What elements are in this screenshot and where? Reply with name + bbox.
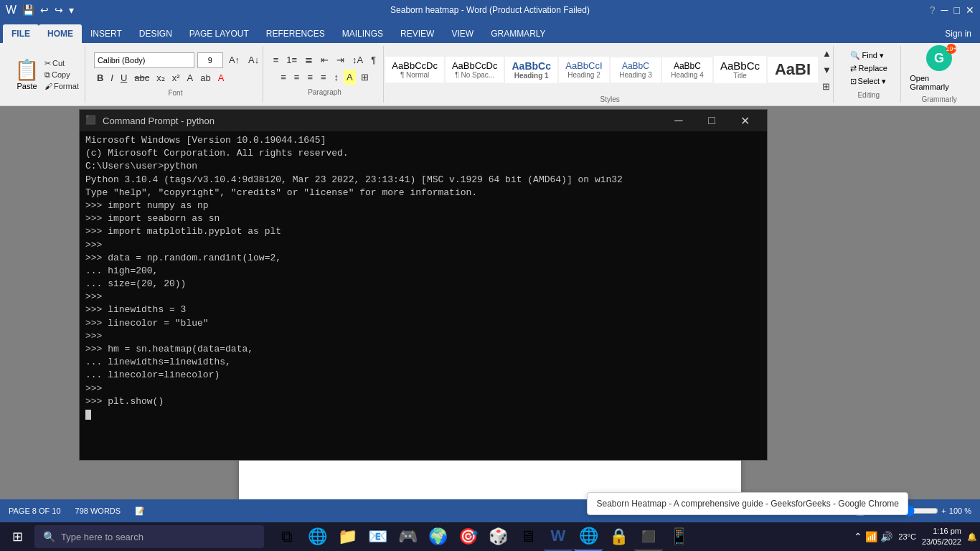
customize-icon[interactable]: ▾: [67, 3, 75, 17]
styles-scroll-down[interactable]: ▼: [819, 62, 834, 77]
tab-grammarly[interactable]: GRAMMARLY: [482, 24, 554, 43]
chevron-up-icon[interactable]: ⌃: [854, 531, 862, 542]
store-button[interactable]: 🎮: [393, 522, 422, 551]
superscript-button[interactable]: x²: [169, 70, 183, 85]
maximize-icon[interactable]: □: [954, 4, 960, 16]
cut-button[interactable]: ✂ Cut: [42, 58, 81, 69]
style-big[interactable]: AaBI: [768, 57, 818, 83]
font-size-input[interactable]: [197, 52, 223, 68]
justify-button[interactable]: ≡: [318, 70, 329, 85]
decrease-indent-button[interactable]: ⇤: [318, 52, 331, 67]
cmd-maximize-button[interactable]: □: [695, 110, 728, 131]
paragraph-group: ≡ 1≡ ≣ ⇤ ⇥ ↕A ¶ ≡ ≡ ≡ ≡ ↕ A ⊞ Paragraph: [266, 46, 384, 103]
highlight-button[interactable]: ab: [197, 70, 213, 85]
align-center-button[interactable]: ≡: [291, 70, 303, 85]
redo-icon[interactable]: ↪: [53, 3, 65, 17]
open-grammarly-label[interactable]: Open Grammarly: [910, 74, 969, 91]
cmd-line-21: >>>: [85, 382, 761, 395]
chrome-button[interactable]: 🌐: [574, 522, 603, 551]
style-no-spacing[interactable]: AaBbCcDc ¶ No Spac...: [446, 57, 504, 83]
paste-button[interactable]: 📋 Paste: [11, 55, 42, 93]
style-normal[interactable]: AaBbCcDc ¶ Normal: [385, 57, 444, 83]
app7-button[interactable]: 🎯: [453, 522, 482, 551]
select-button[interactable]: ⊡ Select ▾: [849, 76, 888, 87]
tab-home[interactable]: HOME: [39, 24, 82, 43]
tab-design[interactable]: DESIGN: [131, 24, 181, 43]
replace-button[interactable]: ⇄ Replace: [849, 63, 888, 74]
network-icon[interactable]: 📶: [865, 531, 877, 542]
help-icon[interactable]: ?: [930, 4, 936, 16]
bullets-button[interactable]: ≡: [270, 52, 282, 67]
shading-button[interactable]: A: [344, 70, 356, 85]
find-button[interactable]: 🔍 Find ▾: [849, 50, 888, 61]
strikethrough-button[interactable]: abc: [131, 70, 152, 85]
cmd-line-7: >>> import numpy as np: [85, 199, 761, 212]
taskbar-apps: ⧉ 🌐 📁 📧 🎮 🌍 🎯 🎲 🖥 W 🌐: [273, 522, 693, 551]
save-icon[interactable]: 💾: [21, 3, 36, 17]
tab-review[interactable]: REVIEW: [392, 24, 443, 43]
sort-button[interactable]: ↕A: [349, 52, 366, 67]
tab-insert[interactable]: INSERT: [82, 24, 131, 43]
increase-font-icon[interactable]: A↑: [226, 52, 242, 67]
style-heading1[interactable]: AaBbCc Heading 1: [505, 57, 557, 83]
style-title[interactable]: AaBbCc Title: [714, 56, 766, 83]
font-color-button[interactable]: A: [215, 70, 227, 85]
minimize-icon[interactable]: ─: [941, 4, 948, 16]
cmd-minimize-button[interactable]: ─: [662, 110, 695, 131]
increase-indent-button[interactable]: ⇥: [334, 52, 347, 67]
cmd-line-15: >>> linewidths = 3: [85, 303, 761, 316]
tab-view[interactable]: VIEW: [443, 24, 482, 43]
app8-button[interactable]: 🎲: [484, 522, 512, 551]
cmd-content[interactable]: Microsoft Windows [Version 10.0.19044.16…: [80, 131, 767, 460]
word-taskbar-button[interactable]: W: [544, 522, 573, 551]
cmd-close-button[interactable]: ✕: [728, 110, 761, 131]
start-button[interactable]: ⊞: [3, 522, 32, 551]
text-effects-button[interactable]: A: [184, 70, 197, 85]
mail-button[interactable]: 📧: [363, 522, 392, 551]
style-heading4[interactable]: AaBbC Heading 4: [662, 57, 712, 83]
tab-page-layout[interactable]: PAGE LAYOUT: [181, 24, 258, 43]
copy-button[interactable]: ⧉ Copy: [42, 70, 81, 80]
bold-button[interactable]: B: [94, 70, 106, 85]
sign-in-button[interactable]: Sign in: [936, 24, 980, 43]
style-heading2[interactable]: AaBbCcI Heading 2: [559, 57, 609, 83]
styles-scroll-up[interactable]: ▲: [819, 46, 834, 61]
style-heading3[interactable]: AaBbC Heading 3: [611, 57, 661, 83]
editing-buttons: 🔍 Find ▾ ⇄ Replace ⊡ Select ▾: [849, 50, 888, 87]
phone-button[interactable]: 📱: [664, 522, 693, 551]
tab-references[interactable]: REFERENCES: [258, 24, 334, 43]
undo-icon[interactable]: ↩: [39, 3, 50, 17]
explorer-button[interactable]: 📁: [333, 522, 362, 551]
subscript-button[interactable]: x₂: [154, 70, 168, 85]
cmd-line-12: ... high=200,: [85, 265, 761, 278]
volume-icon[interactable]: 🔊: [880, 531, 892, 542]
numbering-button[interactable]: 1≡: [283, 52, 300, 67]
cmd-line-4: C:\Users\user>python: [85, 160, 761, 173]
font-name-input[interactable]: [94, 52, 194, 68]
notifications-icon[interactable]: 🔔: [967, 532, 977, 542]
taskview-button[interactable]: ⧉: [273, 522, 301, 551]
time-display: 1:16 pm: [922, 526, 961, 537]
tab-file[interactable]: FILE: [3, 24, 39, 43]
security-button[interactable]: 🔒: [604, 522, 633, 551]
line-spacing-button[interactable]: ↕: [331, 70, 342, 85]
borders-button[interactable]: ⊞: [358, 70, 372, 85]
multilevel-list-button[interactable]: ≣: [302, 52, 316, 67]
styles-more[interactable]: ⊞: [819, 79, 834, 94]
tab-mailings[interactable]: MAILINGS: [334, 24, 392, 43]
taskbar-search[interactable]: 🔍 Type here to search: [34, 525, 264, 548]
edge-button[interactable]: 🌐: [303, 522, 331, 551]
close-icon[interactable]: ✕: [966, 4, 974, 16]
align-left-button[interactable]: ≡: [278, 70, 289, 85]
zoom-in-button[interactable]: +: [941, 507, 946, 515]
format-painter-button[interactable]: 🖌 Format: [42, 81, 81, 91]
underline-button[interactable]: U: [118, 70, 130, 85]
browser-button[interactable]: 🌍: [423, 522, 452, 551]
taskbar-clock[interactable]: 1:16 pm 23/05/2022: [922, 526, 961, 548]
cmd-taskbar-button[interactable]: ⬛: [634, 522, 663, 551]
show-formatting-button[interactable]: ¶: [368, 52, 379, 67]
italic-button[interactable]: I: [108, 70, 116, 85]
monitor-button[interactable]: 🖥: [514, 522, 542, 551]
decrease-font-icon[interactable]: A↓: [245, 52, 262, 67]
align-right-button[interactable]: ≡: [304, 70, 316, 85]
